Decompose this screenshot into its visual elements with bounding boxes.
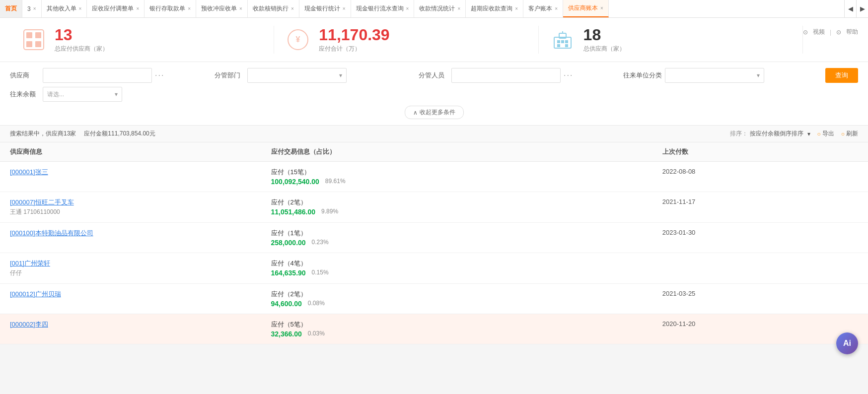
export-button[interactable]: ○ 导出 — [817, 130, 834, 138]
circle-icon2: ⊙ — [836, 29, 841, 36]
supplier-ledger-label: 供应商账本 — [568, 4, 598, 12]
nav-tab-home[interactable]: 首页 — [0, 0, 22, 17]
supplier-link-5[interactable]: [000012]广州贝瑞 — [10, 290, 61, 298]
total-suppliers-label: 总供应商（家） — [583, 45, 625, 53]
nav-tab-other-income[interactable]: 其他收入单 × — [42, 0, 87, 17]
nav-tab-prepay[interactable]: 预收冲应收单 × — [196, 0, 248, 17]
collapse-button[interactable]: ∧ 收起更多条件 — [405, 106, 464, 119]
help-link[interactable]: 帮助 — [846, 28, 858, 36]
filter-person: 分管人员 ··· — [419, 68, 613, 83]
lastpay-date-6: 2020-11-20 — [662, 320, 696, 328]
close-icon[interactable]: × — [457, 6, 460, 11]
export-label: 导出 — [822, 130, 834, 138]
transaction-label-6: 应付（5笔） — [271, 320, 662, 329]
close-icon[interactable]: × — [555, 6, 558, 11]
nav-tab-payment-verify[interactable]: 收款核销执行 × — [248, 0, 299, 17]
divider: | — [830, 29, 831, 36]
top-right-links: ⊙ 视频 | ⊙ 帮助 — [803, 26, 858, 36]
nav-tab-bank[interactable]: 银行存取款单 × — [145, 0, 196, 17]
results-actions: 排序： 按应付余额倒序排序 ▾ ○ 导出 ○ 刷新 — [730, 130, 859, 138]
supplier-link-2[interactable]: [000007]恒旺二手叉车 — [10, 198, 74, 206]
video-link[interactable]: 视频 — [813, 28, 825, 36]
filter-supplier: 供应商 ··· — [10, 68, 205, 83]
results-amount: 应付金额111,703,854.00元 — [84, 130, 155, 138]
person-filter-label: 分管人员 — [419, 71, 448, 80]
supplier-link-3[interactable]: [000100]本特勤油品有限公司 — [10, 229, 93, 237]
refresh-label: 刷新 — [846, 130, 858, 138]
close-icon[interactable]: × — [79, 6, 82, 11]
payable-amount-label: 应付合计（万） — [319, 45, 389, 53]
transaction-info-3: 应付（1笔） 258,000.00 0.23% — [271, 229, 662, 247]
table-header: 供应商信息 应付交易信息（占比） 上次付数 — [0, 142, 868, 162]
refresh-icon: ○ — [841, 131, 845, 137]
transaction-info-6: 应付（5笔） 32,366.00 0.03% — [271, 320, 662, 338]
chevron-down-icon3: ▾ — [115, 91, 118, 98]
nav-tab-customer-ledger[interactable]: 客户账本 × — [523, 0, 563, 17]
lastpay-cell-5: 2021-03-25 — [662, 290, 858, 297]
col-header-transaction: 应付交易信息（占比） — [271, 147, 662, 156]
close-icon[interactable]: × — [136, 6, 139, 11]
nav-tab-cash-stat[interactable]: 现金银行统计 × — [299, 0, 351, 17]
nav-tab-3[interactable]: 3 × — [22, 0, 42, 17]
sort-select[interactable]: 排序： 按应付余额倒序排序 ▾ — [730, 130, 810, 138]
person-filter-input[interactable] — [451, 68, 561, 83]
svg-rect-11 — [557, 44, 560, 47]
transaction-label-5: 应付（2笔） — [271, 290, 662, 299]
circle-icon: ⊙ — [803, 29, 808, 36]
svg-rect-1 — [26, 32, 32, 38]
close-icon[interactable]: × — [406, 6, 409, 11]
transaction-label-1: 应付（15笔） — [271, 168, 662, 177]
ai-assistant-button[interactable]: Ai — [836, 332, 858, 354]
nav-prev-button[interactable]: ◀ — [844, 0, 856, 18]
transaction-row-5: 94,600.00 0.08% — [271, 299, 662, 308]
nav-tab-collection-stat[interactable]: 收款情况统计 × — [414, 0, 466, 17]
supplier-sub-2: 王通 17106110000 — [10, 208, 271, 216]
transaction-pct-6: 0.03% — [308, 330, 325, 337]
close-icon[interactable]: × — [33, 6, 36, 11]
close-icon[interactable]: × — [291, 6, 294, 11]
supplier-cell-1: [000001]张三 — [10, 168, 271, 177]
transaction-amount-5: 94,600.00 — [271, 300, 302, 308]
category-filter-label: 往来单位分类 — [623, 71, 662, 80]
supplier-table: 供应商信息 应付交易信息（占比） 上次付数 [000001]张三 应付（15笔）… — [0, 142, 868, 344]
close-icon[interactable]: × — [239, 6, 242, 11]
bank-label: 银行存取款单 — [149, 4, 185, 13]
filter-row-1: 供应商 ··· 分管部门 ▾ 分管人员 ··· 往来单位分类 — [10, 68, 858, 83]
results-info: 搜索结果中，供应商13家 应付金额111,703,854.00元 — [10, 130, 155, 138]
dept-filter-select[interactable]: ▾ — [247, 68, 347, 83]
lastpay-cell-6: 2020-11-20 — [662, 320, 858, 328]
supplier-cell-5: [000012]广州贝瑞 — [10, 290, 271, 299]
payable-suppliers-label: 总应付供应商（家） — [55, 45, 108, 53]
transaction-cell-4: 应付（4笔） 164,635.90 0.15% — [271, 259, 662, 277]
nav-tab-cash-query[interactable]: 现金银行流水查询 × — [351, 0, 415, 17]
top-navigation: 首页 3 × 其他收入单 × 应收应付调整单 × 银行存取款单 × 预收冲应收单… — [0, 0, 868, 18]
total-suppliers-number: 18 — [583, 27, 625, 43]
summary-info-amount: 11,170.39 应付合计（万） — [319, 27, 389, 53]
supplier-dots-icon[interactable]: ··· — [155, 71, 164, 80]
dept-filter-label: 分管部门 — [215, 71, 244, 80]
transaction-label-2: 应付（2笔） — [271, 198, 662, 207]
close-icon[interactable]: × — [600, 5, 603, 11]
supplier-link-6[interactable]: [000002]李四 — [10, 321, 48, 328]
balance-filter-select[interactable]: 请选... ▾ — [43, 87, 122, 102]
cash-stat-label: 现金银行统计 — [304, 4, 340, 13]
supplier-filter-input[interactable] — [43, 68, 152, 83]
nav-tab-overdue-ar[interactable]: 超期应收款查询 × — [466, 0, 523, 17]
query-button[interactable]: 查询 — [825, 68, 858, 83]
close-icon[interactable]: × — [515, 6, 518, 11]
transaction-cell-1: 应付（15笔） 100,092,540.00 89.61% — [271, 168, 662, 186]
close-icon[interactable]: × — [343, 6, 346, 11]
filter-row-2: 往来余额 请选... ▾ — [10, 87, 858, 102]
category-filter-select[interactable]: ▾ — [665, 68, 764, 83]
nav-next-button[interactable]: ▶ — [856, 0, 868, 18]
supplier-link-4[interactable]: [001]广州荣轩 — [10, 260, 50, 267]
supplier-link-1[interactable]: [000001]张三 — [10, 168, 48, 176]
nav-tab-ar-ap[interactable]: 应收应付调整单 × — [87, 0, 145, 17]
close-icon[interactable]: × — [188, 6, 191, 11]
customer-ledger-label: 客户账本 — [528, 4, 552, 13]
transaction-cell-5: 应付（2笔） 94,600.00 0.08% — [271, 290, 662, 308]
person-dots-icon[interactable]: ··· — [564, 71, 573, 80]
lastpay-date-5: 2021-03-25 — [662, 290, 696, 297]
refresh-button[interactable]: ○ 刷新 — [841, 130, 858, 138]
nav-tab-supplier-ledger[interactable]: 供应商账本 × — [563, 0, 609, 17]
